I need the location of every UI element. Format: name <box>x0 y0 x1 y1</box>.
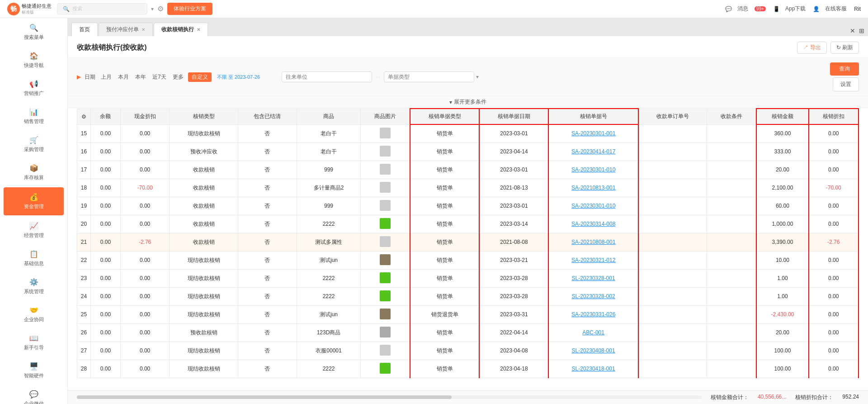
sidebar-label-stock: 库存核算 <box>24 174 44 181</box>
sidebar-item-guide[interactable]: 📖 新手引导 <box>0 328 67 356</box>
sidebar-item-search[interactable]: 🔍 搜索菜单 <box>0 18 67 46</box>
sidebar-item-sales[interactable]: 📊 销售管理 <box>0 102 67 130</box>
type-dropdown-icon[interactable]: ▾ <box>476 74 479 80</box>
tab-home[interactable]: 首页 <box>71 23 98 36</box>
row-condition <box>707 179 756 197</box>
row-cash-discount: 0.00 <box>120 124 170 143</box>
close-window-icon[interactable]: ✕ <box>850 27 855 34</box>
row-doc-no[interactable]: SA-20210813-001 <box>548 179 638 197</box>
row-discount: 0.00 <box>809 251 859 269</box>
row-discount: 0.00 <box>809 215 859 233</box>
row-type: 现结收款核销 <box>170 305 238 323</box>
row-doc-type: 销货单 <box>410 215 479 233</box>
date-7days[interactable]: 近7天 <box>151 72 168 82</box>
type-input[interactable] <box>384 71 474 82</box>
table-row: 15 0.00 0.00 现结收款核销 否 老白干 销货单 2023-03-01… <box>77 124 859 143</box>
date-last-month[interactable]: 上月 <box>99 72 113 82</box>
row-doc-no[interactable]: SA-20230301-010 <box>548 197 638 215</box>
row-doc-type: 销货单 <box>410 233 479 251</box>
setting-button[interactable]: 设置 <box>833 77 859 91</box>
date-custom-btn[interactable]: 自定义 <box>188 72 212 82</box>
row-type: 收款核销 <box>170 233 238 251</box>
query-button[interactable]: 查询 <box>830 62 859 76</box>
app-download-label: App下载 <box>785 5 806 13</box>
row-doc-no[interactable]: SL-20230328-002 <box>548 287 638 305</box>
row-type: 收款核销 <box>170 215 238 233</box>
tab-prepay-label: 预付冲应付单 <box>106 26 139 33</box>
sidebar-item-marketing[interactable]: 📢 营销推广 <box>0 74 67 102</box>
solution-button[interactable]: 体验行业方案 <box>167 3 212 15</box>
row-balance: 0.00 <box>91 305 121 323</box>
dropdown-icon[interactable]: ▾ <box>151 6 154 12</box>
footer-scroll-bar[interactable] <box>77 395 702 399</box>
tab-prepay[interactable]: 预付冲应付单 ✕ <box>99 23 153 36</box>
filter-expand-icon[interactable]: ▶ <box>77 74 81 80</box>
row-order-no <box>638 269 707 287</box>
sidebar-item-business[interactable]: 📈 经营管理 <box>0 216 67 244</box>
row-product: 999 <box>297 161 361 179</box>
message-group[interactable]: 💬 消息 99+ <box>725 5 766 13</box>
message-icon: 💬 <box>725 6 732 12</box>
sidebar-item-system[interactable]: ⚙️ 系统管理 <box>0 272 67 300</box>
expand-window-icon[interactable]: ⊞ <box>859 27 864 34</box>
row-doc-no[interactable]: SA-20230301-001 <box>548 124 638 143</box>
settings-icon[interactable]: ⚙ <box>157 5 164 13</box>
app-download-group[interactable]: 📱 App下载 <box>773 5 806 13</box>
table-row: 21 0.00 -2.76 收款核销 否 测试多属性 销货单 2021-08-0… <box>77 233 859 251</box>
row-balance: 0.00 <box>91 215 121 233</box>
row-condition <box>707 342 756 360</box>
tab-collection[interactable]: 收款核销执行 ✕ <box>154 23 208 36</box>
sidebar-item-purchase[interactable]: 🛒 采购管理 <box>0 130 67 158</box>
row-doc-no[interactable]: SL-20230418-001 <box>548 360 638 378</box>
row-num: 17 <box>77 161 91 179</box>
sidebar-item-finance[interactable]: 💰 资金管理 <box>4 187 64 215</box>
sidebar-item-stock[interactable]: 📦 库存核算 <box>0 158 67 186</box>
row-doc-no[interactable]: SA-20230331-026 <box>548 305 638 323</box>
row-type: 收款核销 <box>170 161 238 179</box>
row-doc-type: 销货单 <box>410 287 479 305</box>
tab-prepay-close[interactable]: ✕ <box>142 27 145 32</box>
row-cash-discount: 0.00 <box>120 305 170 323</box>
row-num: 28 <box>77 360 91 378</box>
row-doc-type: 销货单 <box>410 323 479 342</box>
refresh-button[interactable]: ↻ 刷新 <box>830 42 859 54</box>
sidebar-item-wechat[interactable]: 💬 企业微信 <box>0 385 67 404</box>
sidebar-item-collab[interactable]: 🤝 企业协同 <box>0 300 67 328</box>
unit-dots[interactable]: ··· <box>376 74 380 80</box>
sidebar-item-basic[interactable]: 📋 基础信息 <box>0 244 67 272</box>
row-condition <box>707 143 756 161</box>
row-doc-no[interactable]: SA-20230301-010 <box>548 161 638 179</box>
row-doc-no[interactable]: SA-20230321-012 <box>548 251 638 269</box>
search-menu-icon: 🔍 <box>29 24 38 32</box>
row-doc-no[interactable]: SA-20230414-017 <box>548 143 638 161</box>
sidebar-item-hardware[interactable]: 🖥️ 智能硬件 <box>0 356 67 385</box>
online-service-group[interactable]: 👤 在线客服 <box>813 5 847 13</box>
logo-badge: 标准版 <box>22 10 52 15</box>
row-included: 否 <box>238 305 297 323</box>
row-num: 27 <box>77 342 91 360</box>
row-doc-no[interactable]: SL-20230408-001 <box>548 342 638 360</box>
tab-collection-close[interactable]: ✕ <box>197 27 200 32</box>
sidebar-item-shortcut[interactable]: 🏠 快捷导航 <box>0 46 67 74</box>
online-service-label: 在线客服 <box>825 5 847 13</box>
row-doc-no[interactable]: SA-20210808-001 <box>548 233 638 251</box>
row-discount: 0.00 <box>809 342 859 360</box>
finance-icon: 💰 <box>29 193 38 201</box>
row-product: 999 <box>297 197 361 215</box>
row-doc-no[interactable]: SL-20230328-001 <box>548 269 638 287</box>
table-container[interactable]: ⚙ 余额 现金折扣 核销类型 包含已结清 商品 商品图片 核销单据类型 核销单据… <box>68 108 868 390</box>
row-doc-no[interactable]: SA-20230314-008 <box>548 215 638 233</box>
export-button[interactable]: ↗ 导出 <box>797 42 826 54</box>
date-this-year[interactable]: 本年 <box>133 72 148 82</box>
expand-more-conditions[interactable]: ▾ 展开更多条件 <box>68 96 868 108</box>
row-doc-type: 销货退货单 <box>410 305 479 323</box>
shortcut-icon: 🏠 <box>29 52 38 60</box>
col-settings[interactable]: ⚙ <box>77 109 91 124</box>
row-condition <box>707 161 756 179</box>
row-balance: 0.00 <box>91 287 121 305</box>
row-doc-no[interactable]: ABC-001 <box>548 323 638 342</box>
date-this-month[interactable]: 本月 <box>116 72 131 82</box>
unit-input[interactable] <box>282 71 372 82</box>
row-included: 否 <box>238 161 297 179</box>
date-more[interactable]: 更多 <box>171 72 185 82</box>
